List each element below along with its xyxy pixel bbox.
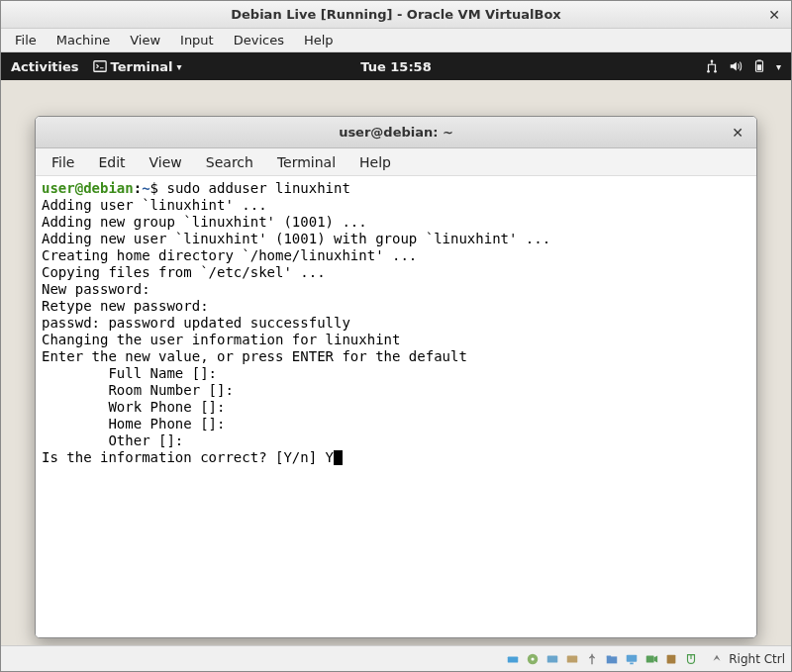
prompt-dollar: $ (150, 180, 167, 196)
volume-icon[interactable] (729, 59, 742, 73)
vbox-title: Debian Live [Running] - Oracle VM Virtua… (9, 7, 783, 22)
terminal-output-line: Retype new password: (42, 298, 209, 314)
vbox-menu-file[interactable]: File (5, 31, 47, 49)
terminal-final-prompt: Is the information correct? [Y/n] (42, 449, 326, 465)
terminal-icon (93, 59, 107, 73)
gnome-topbar: Activities Terminal ▾ Tue 15:58 (1, 52, 791, 80)
terminal-output-line: Copying files from `/etc/skel' ... (42, 264, 326, 280)
svg-point-2 (707, 70, 710, 73)
audio-icon[interactable] (544, 651, 560, 667)
gnome-app-label: Terminal (111, 59, 173, 74)
svg-rect-16 (646, 655, 654, 662)
chevron-down-icon[interactable]: ▾ (776, 61, 781, 72)
vbox-menubar: File Machine View Input Devices Help (1, 29, 791, 52)
vbox-menu-view[interactable]: View (120, 31, 170, 49)
terminal-close-button[interactable]: ✕ (729, 124, 746, 142)
svg-point-9 (532, 657, 535, 660)
terminal-titlebar[interactable]: user@debian: ~ ✕ (36, 117, 756, 148)
cursor (334, 450, 343, 465)
terminal-output-line: Enter the new value, or press ENTER for … (42, 348, 467, 364)
terminal-final-input: Y (326, 449, 334, 465)
terminal-output-line: Full Name []: (42, 365, 217, 381)
vbox-menu-help[interactable]: Help (294, 31, 344, 49)
recording-icon[interactable] (644, 651, 659, 667)
terminal-output-line: Adding new user `linuxhint' (1001) with … (42, 231, 550, 246)
vm-content: Activities Terminal ▾ Tue 15:58 (1, 52, 791, 645)
chevron-down-icon: ▾ (176, 61, 181, 72)
gnome-activities[interactable]: Activities (11, 59, 79, 74)
vbox-close-button[interactable]: ✕ (765, 6, 783, 24)
terminal-output-line: Home Phone []: (42, 416, 225, 432)
optical-icon[interactable] (525, 651, 541, 667)
terminal-menubar: File Edit View Search Terminal Help (36, 148, 756, 176)
svg-rect-11 (567, 655, 578, 662)
terminal-output-line: Creating home directory `/home/linuxhint… (42, 247, 417, 263)
hostkey-indicator[interactable]: Right Ctrl (709, 651, 785, 667)
prompt-path: ~ (142, 180, 149, 196)
term-menu-help[interactable]: Help (347, 151, 403, 173)
vbox-menu-machine[interactable]: Machine (47, 31, 120, 49)
terminal-output-line: Adding user `linuxhint' ... (42, 197, 267, 213)
svg-rect-10 (547, 655, 558, 662)
gnome-clock[interactable]: Tue 15:58 (360, 59, 431, 74)
prompt-colon: : (134, 180, 142, 196)
terminal-command: sudo adduser linuxhint (166, 180, 349, 196)
usb-icon[interactable] (584, 651, 600, 667)
cpu-icon[interactable] (663, 651, 679, 667)
display-icon[interactable] (624, 651, 640, 667)
terminal-window: user@debian: ~ ✕ File Edit View Search T… (35, 116, 757, 638)
svg-rect-5 (757, 59, 761, 60)
terminal-output-line: New password: (42, 281, 150, 297)
terminal-output-line: Room Number []: (42, 382, 234, 398)
term-menu-view[interactable]: View (138, 151, 194, 173)
vbox-statusbar: Right Ctrl (1, 645, 791, 671)
svg-rect-15 (630, 662, 634, 664)
terminal-title: user@debian: ~ (339, 125, 453, 140)
terminal-output-line: Other []: (42, 432, 183, 448)
virtualbox-window: Debian Live [Running] - Oracle VM Virtua… (0, 0, 792, 672)
prompt-user: user@debian (42, 180, 134, 196)
svg-rect-6 (757, 64, 761, 70)
network-adapter-icon[interactable] (564, 651, 580, 667)
terminal-output-line: Work Phone []: (42, 399, 225, 415)
vbox-titlebar[interactable]: Debian Live [Running] - Oracle VM Virtua… (1, 1, 791, 29)
mouse-integration-icon[interactable] (683, 651, 699, 667)
svg-rect-0 (93, 61, 105, 72)
hdd-icon[interactable] (505, 651, 521, 667)
vbox-menu-input[interactable]: Input (170, 31, 224, 49)
svg-rect-12 (607, 656, 618, 663)
terminal-output-line: Changing the user information for linuxh… (42, 332, 400, 347)
svg-rect-7 (508, 656, 519, 662)
terminal-output-line: Adding new group `linuxhint' (1001) ... (42, 214, 367, 230)
terminal-body[interactable]: user@debian:~$ sudo adduser linuxhint Ad… (36, 176, 756, 637)
terminal-output-line: passwd: password updated successfully (42, 315, 350, 331)
svg-rect-14 (627, 654, 638, 661)
hostkey-icon (709, 651, 725, 667)
term-menu-file[interactable]: File (40, 151, 86, 173)
svg-point-3 (714, 70, 717, 73)
term-menu-edit[interactable]: Edit (86, 151, 137, 173)
term-menu-search[interactable]: Search (194, 151, 265, 173)
svg-rect-17 (667, 654, 676, 663)
svg-rect-13 (607, 655, 611, 657)
vbox-menu-devices[interactable]: Devices (224, 31, 294, 49)
gnome-app-menu[interactable]: Terminal ▾ (93, 59, 182, 74)
shared-folders-icon[interactable] (604, 651, 620, 667)
term-menu-terminal[interactable]: Terminal (265, 151, 347, 173)
hostkey-label: Right Ctrl (729, 652, 785, 666)
network-icon[interactable] (705, 59, 719, 73)
battery-icon[interactable] (752, 59, 766, 73)
svg-point-1 (711, 59, 714, 62)
